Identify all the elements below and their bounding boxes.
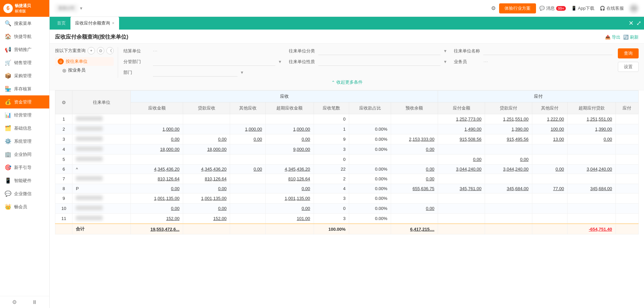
collapse-bar[interactable]: ⌃ 收起更多条件 xyxy=(55,78,639,87)
sidebar-collapse-btn[interactable]: ⏸ xyxy=(32,299,37,305)
tab-report[interactable]: 应收应付余额查询 × xyxy=(70,17,119,30)
export-button[interactable]: 📤 导出 xyxy=(605,34,621,40)
row-recv_amt-6[interactable]: 4,345,436.20 xyxy=(131,165,183,174)
filter-unit-nature-arrow[interactable]: ▼ xyxy=(443,59,447,64)
filter-by-unit[interactable]: ⊙ 按往来单位 xyxy=(55,57,114,66)
row-other_pay-3[interactable]: 13.00 xyxy=(532,134,568,144)
tab-home[interactable]: 首页 xyxy=(52,17,70,30)
refresh-button[interactable]: 🔄 刷新 xyxy=(623,34,639,40)
row-overdue_pay-3[interactable]: 0.00 xyxy=(568,134,615,144)
row-overdue_recv-7[interactable]: 810,126.64 xyxy=(266,174,314,184)
sidebar-item-system[interactable]: ⚙️系统管理 xyxy=(0,135,49,148)
row-other_pay-8[interactable]: 77.00 xyxy=(532,184,568,193)
row-prepay_bal-4[interactable]: 0.00 xyxy=(391,144,438,155)
row-loan_pay-2[interactable]: 1,390.00 xyxy=(485,124,532,134)
row-prepay_bal-8[interactable]: 655,636.75 xyxy=(391,184,438,193)
sidebar-item-coop[interactable]: 🏢企业协同 xyxy=(0,148,49,161)
tab-close-btn[interactable]: ✕ xyxy=(629,19,634,27)
sidebar-item-search[interactable]: 🔍搜索菜单 xyxy=(0,17,49,30)
row-recv_amt-3[interactable]: 0.00 xyxy=(131,134,183,144)
filter-jiesuan-dots[interactable]: ··· xyxy=(153,48,157,54)
header-service[interactable]: 🎧 在线客服 xyxy=(600,5,624,11)
row-pay_amt-1[interactable]: 1,252,773.00 xyxy=(438,114,485,124)
row-recv_amt-9[interactable]: 1,001,135.00 xyxy=(131,193,183,204)
tab-fullscreen-btn[interactable]: ⤢ xyxy=(636,19,641,27)
row-prepay_bal-3[interactable]: 2,153,333.00 xyxy=(391,134,438,144)
sidebar-item-operation[interactable]: 📊经营管理 xyxy=(0,108,49,122)
filter-dept-arrow[interactable]: ▼ xyxy=(240,70,244,75)
sidebar-item-hardware[interactable]: 📱智能硬件 xyxy=(0,174,49,187)
filter-staff-dots[interactable]: ··· xyxy=(483,59,488,65)
th-settings[interactable]: ⚙ xyxy=(55,91,72,114)
user-avatar[interactable]: Rit xyxy=(629,4,639,13)
tab-report-close[interactable]: × xyxy=(112,21,114,26)
filter-settings-btn[interactable]: ⊙ xyxy=(97,47,104,54)
row-other_pay-6[interactable]: 0.00 xyxy=(532,165,568,174)
filter-collapse-btn[interactable]: 《 xyxy=(106,47,114,54)
row-recv_amt-7[interactable]: 810,126.64 xyxy=(131,174,183,184)
row-overdue_recv-8[interactable]: 0.00 xyxy=(266,184,314,193)
row-loan_pay-3[interactable]: 915,495.56 xyxy=(485,134,532,144)
setting-button[interactable]: 设置 xyxy=(618,62,639,72)
row-overdue_recv-11[interactable]: 101.00 xyxy=(266,214,314,224)
row-loan_pay-8[interactable]: 345,684.00 xyxy=(485,184,532,193)
row-loan_recv-11[interactable]: 152.00 xyxy=(183,214,230,224)
row-other_pay-2[interactable]: 100.00 xyxy=(532,124,568,134)
header-message[interactable]: 💬 消息 99+ xyxy=(539,5,566,11)
sidebar-item-wechat[interactable]: 💬企业微信 xyxy=(0,187,49,200)
footer-prepay-bal[interactable]: 6,417,215.... xyxy=(391,224,438,234)
row-other_recv-6[interactable]: 0.00 xyxy=(230,165,266,174)
filter-by-staff[interactable]: ◎ 按业务员 xyxy=(55,66,114,75)
sidebar-item-capital[interactable]: 💰资金管理 xyxy=(0,95,49,108)
row-overdue_pay-6[interactable]: 3,044,240.00 xyxy=(568,165,615,174)
promo-button[interactable]: 体验行业方案 xyxy=(499,3,536,13)
filter-unit-nature-input[interactable] xyxy=(318,58,441,66)
row-recv_amt-4[interactable]: 18,000.00 xyxy=(131,144,183,155)
row-recv_amt-10[interactable]: 0.00 xyxy=(131,204,183,214)
row-loan_recv-3[interactable]: 0.00 xyxy=(183,134,230,144)
filter-unit-class-input[interactable] xyxy=(318,47,441,55)
table-container[interactable]: ⚙ 往来单位 应收 应付 应收金额 贷款应收 其他应收 超期应收金额 应收笔数 … xyxy=(50,90,644,308)
row-other_pay-1[interactable]: 1,222.00 xyxy=(532,114,568,124)
row-pay_amt-3[interactable]: 915,508.56 xyxy=(438,134,485,144)
row-other_recv-2[interactable]: 1,000.00 xyxy=(230,124,266,134)
filter-unit-name-input[interactable] xyxy=(483,47,612,55)
row-loan_recv-8[interactable]: 0.00 xyxy=(183,184,230,193)
sidebar-item-marketing[interactable]: 📢营销推广 xyxy=(0,43,49,56)
row-pay_amt-6[interactable]: 3,044,240.00 xyxy=(438,165,485,174)
sidebar-item-basic[interactable]: 🗂️基础信息 xyxy=(0,122,49,135)
row-loan_recv-9[interactable]: 1,001,135.00 xyxy=(183,193,230,204)
filter-unit-class-arrow[interactable]: ▼ xyxy=(443,49,447,53)
row-loan_pay-6[interactable]: 3,044,240.00 xyxy=(485,165,532,174)
sidebar-item-guide[interactable]: 🎯新手引导 xyxy=(0,161,49,174)
header-app-download[interactable]: 📱 App下载 xyxy=(571,5,594,11)
row-overdue_recv-6[interactable]: 4,345,436.20 xyxy=(266,165,314,174)
footer-overdue-pay[interactable]: -654,751.40 xyxy=(568,224,615,234)
row-overdue_recv-4[interactable]: 9,000.00 xyxy=(266,144,314,155)
row-loan_recv-7[interactable]: 810,126.64 xyxy=(183,174,230,184)
footer-recv-amt[interactable]: 19,553,472,6... xyxy=(131,224,183,234)
row-overdue_recv-10[interactable]: 0.00 xyxy=(266,204,314,214)
row-overdue_pay-1[interactable]: 1,251,551.00 xyxy=(568,114,615,124)
sidebar-settings-btn[interactable]: ⚙ xyxy=(12,299,17,305)
row-loan_pay-1[interactable]: 1,251,551.00 xyxy=(485,114,532,124)
row-prepay_bal-6[interactable]: 0.00 xyxy=(391,165,438,174)
row-loan_recv-4[interactable]: 18,000.00 xyxy=(183,144,230,155)
sidebar-item-member[interactable]: 👑畅会员 xyxy=(0,200,49,213)
query-button[interactable]: 查询 xyxy=(618,48,639,58)
row-pay_amt-2[interactable]: 1,490.00 xyxy=(438,124,485,134)
row-prepay_bal-10[interactable]: 0.00 xyxy=(391,204,438,214)
filter-add-btn[interactable]: + xyxy=(88,47,95,54)
row-overdue_pay-2[interactable]: 1,390.00 xyxy=(568,124,615,134)
header-gear-icon[interactable]: ⚙ xyxy=(491,5,496,11)
row-recv_amt-11[interactable]: 152.00 xyxy=(131,214,183,224)
sidebar-item-purchase[interactable]: 📦采购管理 xyxy=(0,69,49,82)
row-overdue_pay-8[interactable]: 345,684.00 xyxy=(568,184,615,193)
filter-fen-dept-arrow[interactable]: ▼ xyxy=(278,59,282,64)
row-loan_recv-6[interactable]: 4,345,436.20 xyxy=(183,165,230,174)
header-dropdown-arrow[interactable]: ▼ xyxy=(79,6,83,11)
row-loan_recv-10[interactable]: 0.00 xyxy=(183,204,230,214)
row-pay_amt-5[interactable]: 0.00 xyxy=(438,155,485,165)
sidebar-item-nav[interactable]: 🏠快捷导航 xyxy=(0,30,49,43)
row-recv_amt-2[interactable]: 1,000.00 xyxy=(131,124,183,134)
